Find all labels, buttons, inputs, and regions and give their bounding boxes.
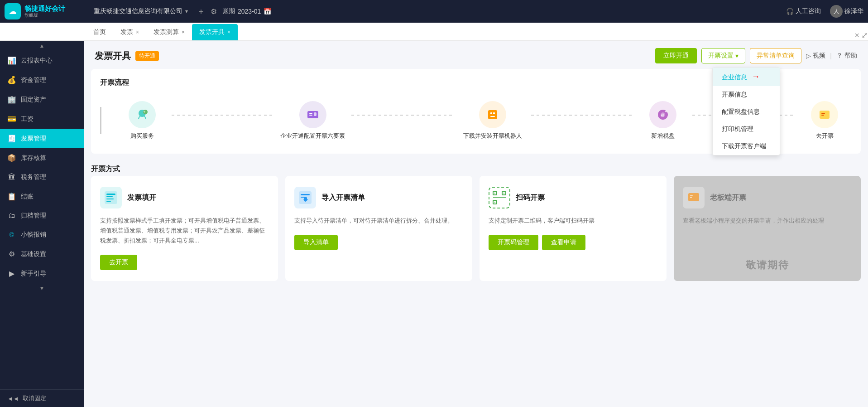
logo-sub-text: 旗舰版 (24, 13, 65, 18)
svg-rect-10 (490, 116, 495, 117)
nav-tabs: 首页 发票 × 发票测算 × 发票开具 × × ⤢ (0, 23, 868, 41)
tab-invoice-close[interactable]: × (136, 29, 139, 35)
method-scan-invoice: 扫码开票 支持定制开票二维码，客户端可扫码开票 开票码管理 查看申请 (480, 176, 667, 281)
company-dropdown-arrow: ▾ (185, 8, 188, 15)
sidebar-item-cloud-report[interactable]: 📊 云报表中心 (0, 51, 84, 70)
view-apply-button[interactable]: 查看申请 (542, 235, 585, 250)
svg-text:+: + (143, 110, 145, 114)
flow-label-config: 企业开通配置开票六要素 (280, 132, 345, 140)
svg-rect-19 (106, 194, 115, 195)
activate-button[interactable]: 立即开通 (655, 48, 697, 63)
tab-invoice[interactable]: 发票 × (113, 24, 146, 40)
svg-rect-31 (494, 202, 495, 203)
sidebar-item-payroll[interactable]: 💳 工资 (0, 109, 84, 129)
sidebar-item-xiaochang-label: 小畅报销 (21, 231, 46, 239)
import-list-button[interactable]: 导入清单 (294, 235, 338, 250)
tab-invoice-label: 发票 (120, 28, 133, 36)
video-button[interactable]: ▷ 视频 (806, 52, 825, 60)
sidebar-item-cloud-report-label: 云报表中心 (21, 57, 53, 65)
tab-home-label: 首页 (93, 28, 106, 36)
sidebar-item-inventory-label: 库存核算 (21, 154, 46, 162)
method-fill-invoice: 发票填开 支持按照发票样式手工填开发票；可开具增值税电子普通发票、增值税普通发票… (91, 176, 278, 281)
new-guide-icon: ▶ (7, 269, 16, 278)
flow-label-robot: 下载并安装开票机器人 (463, 132, 522, 140)
sidebar-item-settlement-label: 结账 (21, 193, 34, 201)
help-icon: ？ (836, 52, 843, 60)
flow-step-config: 企业开通配置开票六要素 (277, 101, 349, 140)
svg-text:+: + (665, 109, 667, 114)
flow-connector-3 (531, 115, 634, 116)
add-company-button[interactable]: ＋ (197, 6, 205, 17)
cancel-fixed-button[interactable]: ◄◄ 取消固定 (0, 390, 84, 407)
dropdown-invoice-info[interactable]: 开票信息 (713, 86, 780, 103)
sidebar-item-xiaochang[interactable]: © 小畅报销 (0, 225, 84, 244)
sidebar-item-tax[interactable]: 🏛 税务管理 (0, 168, 84, 187)
fill-invoice-icon (100, 187, 122, 208)
sidebar-item-basic-settings[interactable]: ⚙ 基础设置 (0, 244, 84, 264)
tab-invoice-issue-close[interactable]: × (227, 29, 230, 35)
tab-invoice-calc-close[interactable]: × (182, 29, 185, 35)
sidebar-item-new-guide[interactable]: ▶ 新手引导 (0, 264, 84, 283)
svg-rect-20 (106, 196, 113, 197)
avatar: 人 (830, 5, 843, 18)
goto-invoice-button[interactable]: 去开票 (100, 255, 137, 270)
settings-icon[interactable]: ⚙ (211, 7, 217, 16)
dropdown-download-client[interactable]: 下载开票客户端 (713, 138, 780, 155)
svg-rect-34 (690, 195, 693, 196)
flow-label-taxdisk: 新增税盘 (651, 132, 675, 140)
logo-area: ☁ 畅捷通好会计 旗舰版 (5, 3, 88, 19)
scan-invoice-title: 扫码开票 (516, 193, 545, 203)
flow-connector-1 (172, 115, 274, 116)
svg-rect-22 (106, 201, 111, 202)
settlement-icon: 📋 (7, 192, 16, 201)
svg-rect-4 (309, 113, 312, 114)
top-header: ☁ 畅捷通好会计 旗舰版 重庆畅捷交通信息咨询有限公司 ▾ ＋ ⚙ 账期 202… (0, 0, 868, 23)
tabs-window-controls: × ⤢ (854, 30, 868, 40)
fixed-assets-icon: 🏢 (7, 95, 16, 104)
sidebar-item-inventory[interactable]: 📦 库存核算 (0, 148, 84, 168)
sidebar-scroll-down[interactable]: ▼ (0, 283, 84, 293)
company-name: 重庆畅捷交通信息咨询有限公司 (94, 7, 182, 15)
svg-rect-16 (821, 113, 825, 114)
close-window-button[interactable]: × (854, 31, 859, 40)
dropdown-printer[interactable]: 打印机管理 (713, 121, 780, 138)
sidebar: ▲ 📊 云报表中心 💰 资金管理 🏢 固定资产 💳 工资 🧾 发票管理 📦 库存… (0, 41, 84, 407)
fill-invoice-header: 发票填开 (100, 187, 269, 208)
consult-button[interactable]: 🎧 人工咨询 (786, 7, 821, 15)
sidebar-item-settlement[interactable]: 📋 结账 (0, 187, 84, 206)
sidebar-item-fund[interactable]: 💰 资金管理 (0, 70, 84, 90)
flow-step-taxdisk: +税 新增税盘 (636, 101, 690, 140)
abnormal-list-button[interactable]: 异常清单查询 (750, 48, 801, 63)
tab-invoice-calc[interactable]: 发票测算 × (146, 24, 192, 40)
sidebar-item-fixed-assets[interactable]: 🏢 固定资产 (0, 90, 84, 109)
dropdown-tax-disk[interactable]: 配置税盘信息 (713, 103, 780, 121)
svg-rect-29 (494, 193, 495, 194)
expand-window-button[interactable]: ⤢ (861, 30, 868, 40)
tab-invoice-issue[interactable]: 发票开具 × (192, 24, 238, 40)
company-selector[interactable]: 重庆畅捷交通信息咨询有限公司 ▾ (88, 7, 193, 15)
import-list-desc: 支持导入待开票清单，可对待开票清单进行拆分、合并处理。 (294, 216, 463, 226)
sidebar-item-tax-label: 税务管理 (21, 173, 46, 181)
invoice-methods: 发票填开 支持按照发票样式手工填开发票；可开具增值税电子普通发票、增值税普通发票… (91, 176, 861, 281)
help-button[interactable]: ？ 帮助 (836, 52, 857, 60)
svg-rect-8 (490, 112, 492, 114)
invoice-settings-button[interactable]: 开票设置 ▾ (701, 48, 745, 63)
invoice-settings-label: 开票设置 (708, 52, 734, 60)
sidebar-item-invoice-mgmt[interactable]: 🧾 发票管理 (0, 129, 84, 148)
logo-main-text: 畅捷通好会计 (24, 5, 65, 13)
boss-invoice-desc: 查看老板端小程序提交的开票申请，并作出相应的处理 (683, 216, 852, 226)
sidebar-scroll-up[interactable]: ▲ (0, 41, 84, 51)
qrcode-mgmt-button[interactable]: 开票码管理 (489, 235, 538, 250)
tax-icon: 🏛 (7, 173, 16, 181)
svg-text:税: 税 (661, 113, 664, 117)
tab-home[interactable]: 首页 (86, 24, 113, 40)
user-menu[interactable]: 人 徐泽华 (830, 5, 863, 18)
calendar-icon[interactable]: 📅 (264, 8, 271, 15)
sidebar-item-archive[interactable]: 🗂 归档管理 (0, 206, 84, 225)
logo-text: 畅捷通好会计 旗舰版 (24, 5, 65, 18)
cancel-fixed-label: 取消固定 (23, 394, 46, 402)
header-actions: ＋ ⚙ 账期 2023-01 📅 (197, 6, 271, 17)
flow-icon-buy: + (129, 101, 156, 128)
red-arrow-icon: → (752, 72, 760, 82)
dropdown-company-info[interactable]: 企业信息 → (713, 68, 780, 86)
